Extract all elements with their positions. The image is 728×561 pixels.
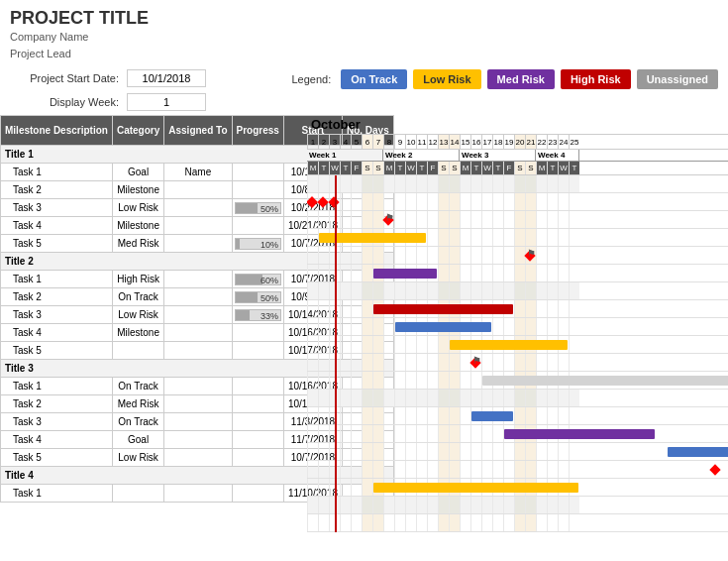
gantt-cell	[427, 425, 438, 442]
gantt-cell	[362, 354, 372, 371]
gantt-bar	[482, 376, 728, 386]
gantt-cell	[405, 461, 416, 478]
gantt-cell	[351, 407, 362, 424]
gantt-cell	[558, 514, 569, 531]
progress-cell	[232, 324, 283, 342]
gantt-cell	[492, 443, 503, 460]
gantt-cell	[438, 336, 449, 353]
legend-med-risk[interactable]: Med Risk	[487, 69, 555, 89]
gantt-cell	[394, 336, 405, 353]
progress-cell	[232, 164, 283, 181]
dow-cell: F	[351, 162, 362, 174]
gantt-cell	[340, 372, 351, 389]
dow-cell: T	[569, 162, 579, 174]
legend-on-track[interactable]: On Track	[341, 69, 407, 89]
gantt-cell	[362, 372, 372, 389]
gantt-cell	[558, 443, 569, 460]
gantt-cell	[318, 443, 329, 460]
legend-low-risk[interactable]: Low Risk	[413, 69, 480, 89]
gantt-cell	[394, 247, 405, 264]
day-number: 18	[492, 135, 503, 149]
gantt-cell	[536, 265, 547, 281]
gantt-cell	[514, 193, 525, 210]
gantt-cell	[460, 282, 470, 299]
gantt-cell	[438, 193, 449, 210]
task-assigned	[164, 342, 232, 360]
gantt-cell	[307, 175, 318, 192]
header-assigned: Assigned To	[164, 116, 232, 146]
gantt-body: ⚑⚑⚑	[307, 175, 728, 532]
gantt-cell	[405, 211, 416, 228]
gantt-cell	[405, 175, 416, 192]
task-assigned	[164, 413, 232, 431]
gantt-cell	[525, 211, 536, 228]
gantt-row	[307, 461, 728, 479]
task-name: Task 4	[1, 431, 113, 449]
gantt-cell	[536, 443, 547, 460]
legend-high-risk[interactable]: High Risk	[561, 69, 631, 89]
progress-fill	[236, 203, 259, 213]
task-category	[112, 485, 163, 503]
progress-text: 60%	[260, 275, 278, 286]
gantt-cell	[383, 336, 394, 353]
gantt-cell	[394, 282, 405, 299]
gantt-cell	[438, 461, 449, 478]
gantt-cell	[558, 300, 569, 317]
dow-cell: S	[438, 162, 449, 174]
gantt-cell	[558, 193, 569, 210]
gantt-cell	[547, 282, 558, 299]
gantt-cell	[416, 372, 427, 389]
dow-cell: W	[329, 162, 340, 174]
gantt-cell	[340, 407, 351, 424]
gantt-cell	[547, 390, 558, 406]
gantt-cell	[525, 193, 536, 210]
task-name: Task 5	[1, 235, 113, 253]
header: PROJECT TITLE Company Name Project Lead	[0, 0, 728, 65]
gantt-cell	[307, 479, 318, 496]
dow-cell: W	[481, 162, 492, 174]
task-category: On Track	[112, 413, 163, 431]
gantt-cell	[525, 229, 536, 246]
gantt-cell	[547, 497, 558, 513]
gantt-cell	[514, 354, 525, 371]
gantt-cell	[405, 354, 416, 371]
gantt-cell	[416, 443, 427, 460]
gantt-cell	[470, 443, 481, 460]
gantt-cell	[503, 461, 514, 478]
gantt-cell	[383, 247, 394, 264]
start-date-label: Project Start Date:	[10, 72, 119, 84]
gantt-cell	[481, 265, 492, 281]
day-number: 20	[514, 135, 525, 149]
gantt-cell	[460, 372, 470, 389]
gantt-cell	[536, 282, 547, 299]
gantt-cell	[351, 300, 362, 317]
gantt-cell	[514, 175, 525, 192]
gantt-cell	[525, 497, 536, 513]
gantt-cell	[427, 211, 438, 228]
gantt-cell	[558, 282, 569, 299]
gantt-cell	[307, 336, 318, 353]
gantt-cell	[569, 300, 579, 317]
gantt-cell	[340, 443, 351, 460]
gantt-cell	[372, 425, 383, 442]
header-category: Category	[112, 116, 163, 146]
display-week-value: 1	[127, 93, 206, 111]
gantt-cell	[405, 247, 416, 264]
gantt-row	[307, 336, 728, 354]
dow-cell: S	[362, 162, 372, 174]
task-assigned	[164, 199, 232, 217]
legend-unassigned[interactable]: Unassigned	[637, 69, 718, 89]
gantt-cell	[383, 175, 394, 192]
gantt-cell	[318, 514, 329, 531]
gantt-cell	[547, 193, 558, 210]
gantt-cell	[536, 211, 547, 228]
gantt-cell	[340, 354, 351, 371]
gantt-cell	[536, 354, 547, 371]
gantt-cell	[525, 407, 536, 424]
gantt-cell	[351, 372, 362, 389]
gantt-cell	[438, 265, 449, 281]
gantt-cell	[362, 193, 372, 210]
legend: Legend: On Track Low Risk Med Risk High …	[291, 69, 718, 89]
gantt-bar	[395, 322, 491, 332]
gantt-cell	[372, 175, 383, 192]
